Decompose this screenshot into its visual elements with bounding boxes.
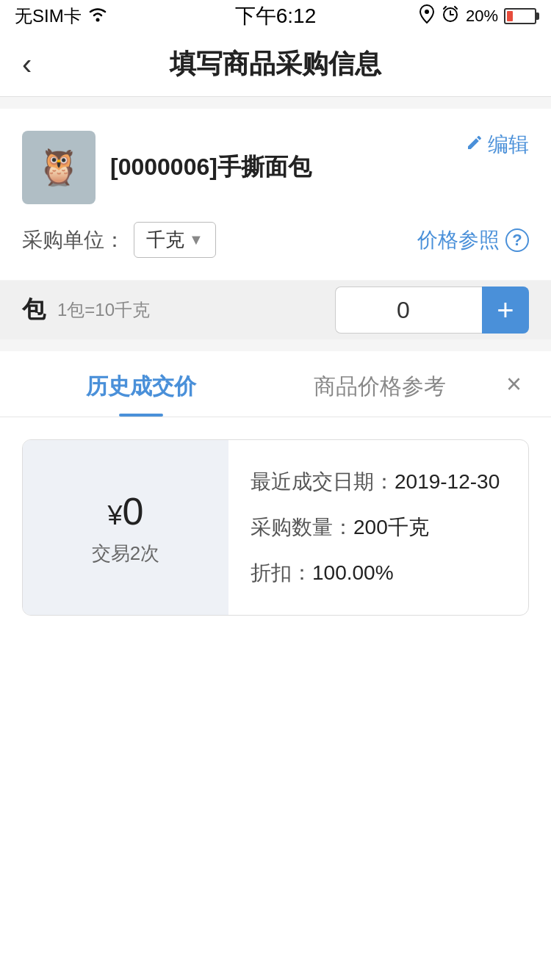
purchase-qty-row: 采购数量：200千克 <box>251 512 506 543</box>
history-details-right: 最近成交日期：2019-12-30 采购数量：200千克 折扣：100.00% <box>228 440 528 615</box>
recent-date-label: 最近成交日期： <box>251 470 395 493</box>
battery-icon <box>504 8 536 24</box>
back-button[interactable]: ‹ <box>22 48 32 81</box>
svg-line-5 <box>444 7 446 9</box>
product-name: [0000006]手撕面包 <box>110 151 311 184</box>
recent-date-row: 最近成交日期：2019-12-30 <box>251 466 506 497</box>
purchase-unit-row: 采购单位： 千克 ▼ 价格参照 ? <box>22 222 529 258</box>
help-icon: ? <box>505 228 529 252</box>
price-number: 0 <box>123 490 144 533</box>
tab-content: ¥0 交易2次 最近成交日期：2019-12-30 采购数量：200千克 折扣：… <box>0 417 551 638</box>
currency-symbol: ¥ <box>108 500 123 530</box>
purchase-qty-value: 200千克 <box>353 516 429 538</box>
status-time: 下午6:12 <box>235 2 317 30</box>
status-right: 20% <box>419 4 536 28</box>
quantity-label: 包 1包=10千克 <box>22 294 150 326</box>
tab-history-label: 历史成交价 <box>86 374 196 398</box>
tab-price-reference[interactable]: 商品价格参考 <box>260 351 498 417</box>
unit-value: 千克 <box>146 227 184 253</box>
tab-history-price[interactable]: 历史成交价 <box>22 351 260 417</box>
purchase-unit-label: 采购单位： <box>22 226 125 254</box>
bottom-area <box>0 638 551 980</box>
product-header: 🦉 [0000006]手撕面包 编辑 <box>22 131 529 204</box>
edit-button[interactable]: 编辑 <box>466 131 529 159</box>
carrier-text: 无SIM卡 <box>15 4 82 28</box>
edit-icon <box>466 133 483 156</box>
unit-select-dropdown[interactable]: 千克 ▼ <box>134 222 216 258</box>
page-title: 填写商品采购信息 <box>170 46 381 82</box>
quantity-input[interactable] <box>335 287 482 334</box>
discount-label: 折扣： <box>251 561 312 584</box>
edit-label: 编辑 <box>488 131 529 159</box>
discount-value: 100.00% <box>312 561 394 584</box>
chevron-down-icon: ▼ <box>189 231 204 248</box>
plus-button[interactable]: + <box>482 287 529 334</box>
tab-price-ref-label: 商品价格参考 <box>314 374 446 398</box>
product-card: 🦉 [0000006]手撕面包 编辑 采购单位： 千克 ▼ 价格参照 ? <box>0 109 551 280</box>
svg-point-1 <box>425 10 429 14</box>
history-price-value: ¥0 <box>108 489 144 533</box>
unit-badge: 包 <box>22 294 46 326</box>
purchase-unit-left: 采购单位： 千克 ▼ <box>22 222 216 258</box>
unit-sub-label: 1包=10千克 <box>57 298 150 322</box>
svg-point-0 <box>96 18 99 22</box>
product-left: 🦉 [0000006]手撕面包 <box>22 131 311 204</box>
nav-bar: ‹ 填写商品采购信息 <box>0 32 551 97</box>
alarm-icon <box>441 4 460 28</box>
battery-text: 20% <box>466 7 498 26</box>
price-reference-button[interactable]: 价格参照 ? <box>417 226 529 254</box>
quantity-input-group: + <box>335 287 529 334</box>
tab-close-button[interactable]: × <box>499 361 529 407</box>
history-price-left: ¥0 交易2次 <box>23 440 228 615</box>
product-logo-icon: 🦉 <box>37 147 81 188</box>
tabs-section: 历史成交价 商品价格参考 × ¥0 交易2次 最近成交日期：2019-12-30… <box>0 351 551 638</box>
history-card: ¥0 交易2次 最近成交日期：2019-12-30 采购数量：200千克 折扣：… <box>22 439 529 616</box>
status-left: 无SIM卡 <box>15 4 108 28</box>
tabs-header: 历史成交价 商品价格参考 × <box>0 351 551 417</box>
wifi-icon <box>87 6 108 26</box>
svg-line-6 <box>455 7 457 9</box>
status-bar: 无SIM卡 下午6:12 20% <box>0 0 551 32</box>
discount-row: 折扣：100.00% <box>251 558 506 588</box>
history-trade-count: 交易2次 <box>92 541 159 566</box>
location-icon <box>419 4 435 28</box>
recent-date-value: 2019-12-30 <box>395 470 500 493</box>
product-thumbnail: 🦉 <box>22 131 96 204</box>
price-ref-label: 价格参照 <box>417 226 500 254</box>
purchase-qty-label: 采购数量： <box>251 516 353 538</box>
quantity-row: 包 1包=10千克 + <box>0 281 551 339</box>
